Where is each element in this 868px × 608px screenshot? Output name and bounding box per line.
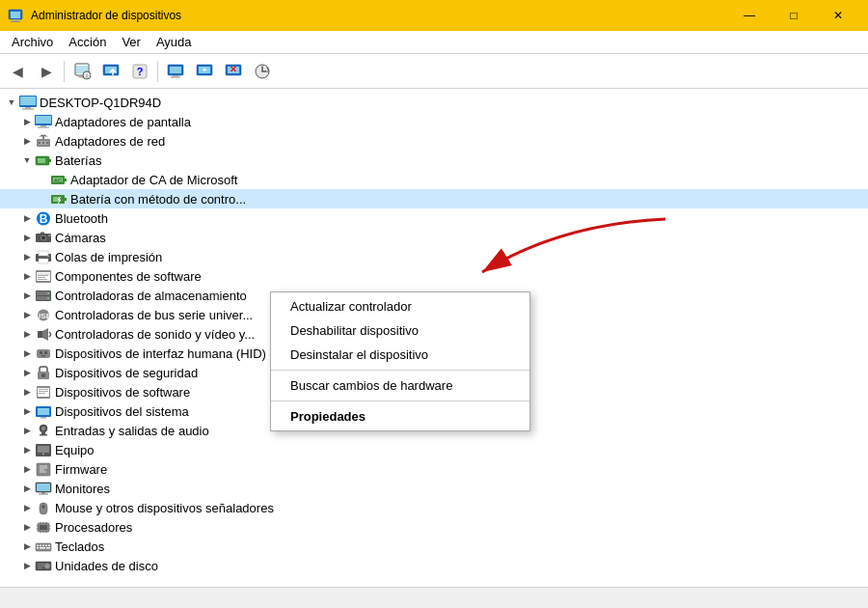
app-icon — [8, 8, 23, 23]
item-label: Firmware — [55, 462, 107, 477]
batteries-icon — [35, 152, 52, 169]
svg-rect-87 — [39, 393, 45, 394]
expand-icon: ▶ — [19, 365, 35, 380]
add-device-button[interactable]: + — [191, 58, 218, 85]
expand-icon: ▶ — [19, 326, 35, 342]
item-label: Procesadores — [55, 520, 132, 535]
tree-item-battery-method[interactable]: Batería con método de contro... — [0, 189, 868, 208]
svg-rect-98 — [37, 463, 50, 476]
tree-item-print-queues[interactable]: ▶ Colas de impresión — [0, 247, 868, 266]
item-label: Dispositivos de interfaz humana (HID) — [55, 346, 266, 361]
tree-item-disk-drives[interactable]: ▶ Unidades de disco — [0, 556, 868, 575]
expand-icon: ▶ — [19, 210, 35, 226]
maximize-button[interactable]: □ — [772, 0, 816, 31]
menu-ver[interactable]: Ver — [114, 33, 149, 51]
update-driver-button[interactable] — [97, 58, 124, 85]
audio-io-icon — [35, 422, 52, 439]
svg-rect-85 — [39, 389, 48, 390]
svg-rect-56 — [48, 235, 51, 236]
item-label-bluetooth: Bluetooth — [55, 211, 108, 226]
back-button[interactable]: ◀ — [4, 58, 31, 85]
svg-rect-29 — [22, 108, 34, 109]
item-label: Batería con método de contro... — [70, 192, 246, 207]
item-label: Cámaras — [55, 231, 106, 245]
ctx-properties[interactable]: Propiedades — [271, 404, 529, 428]
tree-item-mouse[interactable]: ▶ Mouse y otros dispositivos señaladores — [0, 498, 868, 517]
ctx-disable-device[interactable]: Deshabilitar dispositivo — [271, 318, 529, 343]
svg-rect-139 — [38, 567, 42, 568]
tree-item-firmware[interactable]: ▶ Firmware — [0, 459, 868, 479]
firmware-icon — [35, 460, 52, 478]
forward-button[interactable]: ▶ — [33, 58, 60, 85]
help-button[interactable]: ? — [126, 58, 153, 85]
window-controls: — □ ✕ — [727, 0, 860, 31]
svg-point-109 — [42, 505, 45, 508]
expand-icon: ▶ — [19, 442, 35, 457]
expand-icon-root: ▼ — [4, 95, 19, 110]
svg-rect-42 — [38, 158, 45, 163]
security-icon — [35, 364, 52, 381]
close-button[interactable]: ✕ — [816, 0, 860, 31]
minimize-button[interactable]: — — [727, 0, 772, 31]
tree-root[interactable]: ▼ DESKTOP-Q1DR94D — [0, 93, 868, 112]
tree-item-cameras[interactable]: ▶ Cámaras — [0, 228, 868, 247]
menu-ayuda[interactable]: Ayuda — [149, 33, 200, 51]
computer-icon — [19, 94, 37, 111]
expand-icon: ▶ — [19, 539, 35, 554]
svg-rect-105 — [41, 492, 45, 494]
hid-icon — [35, 345, 52, 362]
expand-icon: ▶ — [19, 461, 35, 477]
svg-rect-41 — [49, 159, 51, 162]
ctx-scan-hardware[interactable]: Buscar cambios de hardware — [271, 373, 529, 398]
item-label: Componentes de software — [55, 269, 202, 284]
expand-icon: ▶ — [19, 268, 35, 284]
tree-item-software-components[interactable]: ▶ Componentes de software — [0, 266, 868, 286]
item-label: Dispositivos de seguridad — [55, 366, 198, 380]
expand-icon — [35, 172, 50, 187]
remove-button[interactable]: ✕ — [220, 58, 247, 85]
item-label: Dispositivos de software — [55, 385, 190, 400]
svg-rect-64 — [38, 275, 48, 276]
display-button[interactable] — [162, 58, 189, 85]
svg-rect-28 — [25, 107, 31, 109]
svg-rect-1 — [11, 12, 20, 18]
root-label: DESKTOP-Q1DR94D — [40, 96, 161, 110]
expand-icon: ▼ — [19, 152, 35, 168]
tree-item-batteries[interactable]: ▼ Baterías — [0, 151, 868, 170]
scan-button[interactable] — [249, 58, 276, 85]
svg-point-36 — [39, 142, 41, 144]
tree-item-computer[interactable]: ▶ Equipo — [0, 440, 868, 459]
expand-icon: ▶ — [19, 403, 35, 419]
expand-icon: ▶ — [19, 500, 35, 515]
tree-item-bluetooth[interactable]: ▶ B Bluetooth — [0, 208, 868, 228]
svg-rect-90 — [41, 417, 46, 419]
properties-button[interactable]: i — [68, 58, 95, 85]
usb-controllers-icon: USB — [35, 306, 52, 323]
svg-rect-104 — [37, 484, 50, 491]
device-tree[interactable]: ▼ DESKTOP-Q1DR94D ▶ — [0, 89, 868, 587]
tree-item-ac-adapter[interactable]: AC Adaptador de CA de Microsoft — [0, 170, 868, 189]
menu-archivo[interactable]: Archivo — [4, 33, 61, 51]
computer-category-icon — [35, 441, 52, 458]
svg-rect-48 — [65, 198, 67, 201]
item-label: Monitores — [55, 482, 110, 496]
tree-item-display-adapters[interactable]: ▶ Adaptadores de pantalla — [0, 112, 868, 131]
svg-rect-123 — [37, 544, 39, 546]
title-bar: Administrador de dispositivos — □ ✕ — [0, 0, 868, 31]
tree-item-monitors[interactable]: ▶ Monitores — [0, 479, 868, 498]
tree-item-keyboards[interactable]: ▶ Teclados — [0, 537, 868, 556]
svg-rect-111 — [40, 525, 47, 530]
svg-rect-94 — [40, 434, 47, 436]
tree-item-processors[interactable]: ▶ Procesadores — [0, 517, 868, 537]
menu-accion[interactable]: Acción — [61, 33, 114, 51]
svg-rect-2 — [13, 19, 18, 21]
svg-rect-89 — [38, 408, 49, 415]
svg-rect-86 — [39, 391, 48, 392]
disk-drives-icon — [35, 557, 52, 574]
svg-point-54 — [41, 235, 45, 239]
svg-rect-131 — [46, 547, 48, 549]
ctx-uninstall-device[interactable]: Desinstalar el dispositivo — [271, 343, 529, 367]
ctx-update-driver[interactable]: Actualizar controlador — [271, 294, 529, 318]
tree-item-network-adapters[interactable]: ▶ Adaptadores de red — [0, 131, 868, 151]
svg-rect-137 — [38, 564, 44, 565]
